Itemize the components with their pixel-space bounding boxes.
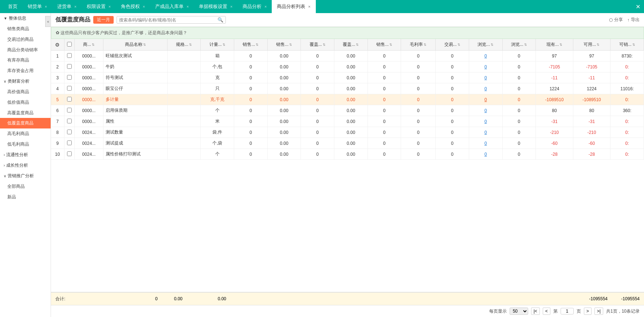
th-check[interactable] <box>64 39 74 51</box>
nav-sales-close[interactable]: × <box>45 4 47 9</box>
th-sellable: 可销...⇅ <box>610 39 644 51</box>
share-btn[interactable]: ⬡ 分享 <box>609 17 623 23</box>
row-checkbox[interactable] <box>64 83 74 94</box>
row-select-checkbox[interactable] <box>67 130 72 134</box>
first-page-btn[interactable]: |< <box>531 308 540 315</box>
row-available: -60 <box>573 138 610 149</box>
sidebar-item-low-margin[interactable]: 低毛利商品 <box>0 139 51 150</box>
section-arrow-overall: ▼ <box>4 16 7 20</box>
sidebar-item-low-value[interactable]: 低价值商品 <box>0 97 51 108</box>
sidebar-item-low-coverage[interactable]: 低覆盖度商品 <box>0 118 51 128</box>
sidebar-item-traded-goods[interactable]: 交易过的商品 <box>0 34 51 45</box>
select-all-checkbox[interactable] <box>67 42 72 47</box>
row-select-checkbox[interactable] <box>67 75 72 80</box>
nav-analysis-list-close[interactable]: × <box>308 4 310 9</box>
row-cov2: 0.00 <box>334 94 368 105</box>
last-page-btn[interactable]: >| <box>594 308 603 315</box>
row-current: -7105 <box>536 62 573 72</box>
page-size-select[interactable]: 50 10 20 100 <box>510 308 528 315</box>
sidebar-item-high-margin[interactable]: 高毛利商品 <box>0 128 51 139</box>
nav-sales[interactable]: 销货单 × <box>23 0 52 13</box>
row-select-checkbox[interactable] <box>67 140 72 145</box>
row-browse1[interactable]: 0 <box>469 72 502 83</box>
nav-analysis[interactable]: 商品分析 × <box>237 0 272 13</box>
row-checkbox[interactable] <box>64 138 74 149</box>
row-checkbox[interactable] <box>64 51 74 62</box>
sidebar-item-category-rate[interactable]: 商品分类动销率 <box>0 45 51 55</box>
row-browse1[interactable]: 0 <box>469 116 502 127</box>
row-browse2: 0 <box>502 127 536 138</box>
nav-analysis-list[interactable]: 商品分析列表 × <box>272 0 315 13</box>
page-input[interactable] <box>561 308 574 314</box>
row-browse1[interactable]: 0 <box>469 138 502 149</box>
row-browse1[interactable]: 0 <box>469 149 502 160</box>
prev-page-btn[interactable]: < <box>543 308 550 315</box>
row-num: 8 <box>51 127 64 138</box>
row-sale3: 0 <box>368 72 401 83</box>
nav-home[interactable]: 首页 <box>3 0 23 13</box>
nav-permission-close[interactable]: × <box>109 4 111 9</box>
row-code: 0000... <box>74 83 103 94</box>
total-current: -1095554 <box>578 296 608 301</box>
table-container[interactable]: ⚙ 商...⇅ 商品名称⇅ 规格...⇅ 计量...⇅ 销售...⇅ 销售...… <box>51 39 644 292</box>
sidebar-item-sales-goods[interactable]: 销售类商品 <box>0 24 51 34</box>
search-input[interactable] <box>119 17 217 23</box>
nav-analysis-close[interactable]: × <box>264 4 267 9</box>
window-close-btn[interactable]: ✕ <box>636 3 640 10</box>
search-icon[interactable]: 🔍 <box>217 17 223 23</box>
row-checkbox[interactable] <box>64 127 74 138</box>
nav-template-close[interactable]: × <box>230 4 232 9</box>
total-sale-qty: 0 <box>145 296 167 301</box>
nav-role-close[interactable]: × <box>143 4 145 9</box>
row-checkbox[interactable] <box>64 72 74 83</box>
next-page-btn[interactable]: > <box>584 308 592 315</box>
sidebar-section-overall[interactable]: ▼ 整体信息 <box>0 13 51 24</box>
nav-production-close[interactable]: × <box>186 4 189 9</box>
sidebar-collapse-btn[interactable]: « <box>45 16 51 27</box>
export-btn[interactable]: ↑ 导出 <box>627 17 640 23</box>
filter-btn[interactable]: 近一月 <box>93 16 114 24</box>
row-browse1[interactable]: 0 <box>469 105 502 116</box>
row-code: 0024... <box>74 138 103 149</box>
nav-production[interactable]: 产成品入库单 × <box>150 0 194 13</box>
sidebar-section-liquidity[interactable]: › 流通性分析 <box>0 150 51 160</box>
row-browse1[interactable]: 0 <box>469 51 502 62</box>
row-code: 0000... <box>74 72 103 83</box>
sidebar-item-capital[interactable]: 库存资金占用 <box>0 66 51 76</box>
sidebar-item-high-value[interactable]: 高价值商品 <box>0 87 51 97</box>
row-select-checkbox[interactable] <box>67 119 72 123</box>
nav-purchase[interactable]: 进货单 × <box>52 0 82 13</box>
row-checkbox[interactable] <box>64 62 74 72</box>
sidebar-section-marketing[interactable]: ∨ 营销推广分析 <box>0 171 51 181</box>
row-checkbox[interactable] <box>64 149 74 160</box>
row-select-checkbox[interactable] <box>67 97 72 102</box>
row-code: 0024... <box>74 149 103 160</box>
data-table: ⚙ 商...⇅ 商品名称⇅ 规格...⇅ 计量...⇅ 销售...⇅ 销售...… <box>51 39 644 160</box>
total-cov2: 0.00 <box>211 296 233 301</box>
row-select-checkbox[interactable] <box>67 64 72 69</box>
nav-permission[interactable]: 权限设置 × <box>82 0 116 13</box>
row-select-checkbox[interactable] <box>67 108 72 112</box>
sidebar-item-all-goods[interactable]: 全部商品 <box>0 181 51 192</box>
row-browse1[interactable]: 0 <box>469 127 502 138</box>
sidebar-item-new-goods[interactable]: 新品 <box>0 192 51 202</box>
row-browse1[interactable]: 0 <box>469 83 502 94</box>
sidebar-item-high-coverage[interactable]: 高覆盖度商品 <box>0 108 51 118</box>
nav-purchase-close[interactable]: × <box>74 4 76 9</box>
row-name: 属性价格打印测试 <box>103 149 167 160</box>
row-checkbox[interactable] <box>64 94 74 105</box>
nav-template[interactable]: 单据模板设置 × <box>194 0 237 13</box>
row-checkbox[interactable] <box>64 105 74 116</box>
row-select-checkbox[interactable] <box>67 86 72 91</box>
settings-icon[interactable]: ⚙ <box>55 42 60 48</box>
row-select-checkbox[interactable] <box>67 53 72 58</box>
sidebar-section-wealth[interactable]: ∨ 类财富分析 <box>0 76 51 87</box>
row-checkbox[interactable] <box>64 116 74 127</box>
row-browse1[interactable]: 0 <box>469 94 502 105</box>
row-select-checkbox[interactable] <box>67 151 72 156</box>
row-browse1[interactable]: 0 <box>469 62 502 72</box>
nav-role[interactable]: 角色授权 × <box>116 0 150 13</box>
sidebar-item-in-stock[interactable]: 有库存商品 <box>0 55 51 66</box>
row-sellable: 0: <box>610 149 644 160</box>
sidebar-section-growth[interactable]: › 成长性分析 <box>0 160 51 171</box>
